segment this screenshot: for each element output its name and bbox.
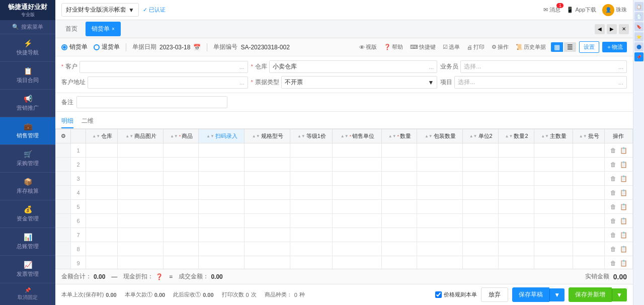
th-quantity[interactable]: ▲▼*数量 (381, 129, 417, 143)
row-pack-qty[interactable] (417, 214, 462, 228)
unpin-button[interactable]: 📌 取消固定 (0, 283, 55, 305)
price-checkbox-input[interactable] (435, 291, 442, 298)
row-grade-price[interactable] (290, 242, 333, 256)
row-unit2[interactable] (462, 143, 498, 158)
row-product-img[interactable] (118, 228, 164, 242)
row-product[interactable] (164, 200, 199, 214)
search-menu-item[interactable]: 🔍 搜索菜单 (0, 20, 55, 34)
th-batch[interactable]: ▲▼批号 (573, 129, 604, 143)
delete-row-btn[interactable]: 🗑 (609, 217, 617, 225)
right-icon-1[interactable]: 📋 (634, 2, 643, 11)
row-main-qty[interactable] (534, 172, 573, 186)
row-quantity[interactable] (381, 228, 417, 242)
row-qty2[interactable] (498, 228, 534, 242)
list-view-btn[interactable]: ☰ (564, 42, 576, 52)
row-scan[interactable] (199, 143, 245, 158)
row-grade-price[interactable] (290, 158, 333, 172)
sidebar-item-quick-nav[interactable]: ⚡ 快捷导航 (0, 34, 55, 62)
delete-row-btn[interactable]: 🗑 (609, 231, 617, 239)
row-warehouse[interactable] (86, 172, 118, 186)
row-main-qty[interactable] (534, 214, 573, 228)
row-spec[interactable] (244, 186, 290, 200)
address-dots[interactable]: ... (239, 79, 245, 86)
delete-row-btn[interactable]: 🗑 (609, 203, 617, 211)
row-grade-price[interactable] (290, 172, 333, 186)
th-spec[interactable]: ▲▼规格型号 (244, 129, 290, 143)
delete-row-btn[interactable]: 🗑 (609, 161, 617, 169)
right-icon-3[interactable]: 🔖 (634, 22, 643, 31)
row-product-img[interactable] (118, 143, 164, 158)
sidebar-item-marketing[interactable]: 📢 营销推广 (0, 90, 55, 117)
delete-row-btn[interactable]: 🗑 (609, 245, 617, 253)
row-spec[interactable] (244, 214, 290, 228)
row-unit2[interactable] (462, 172, 498, 186)
row-pack-qty[interactable] (417, 158, 462, 172)
row-batch[interactable] (573, 214, 604, 228)
row-product-img[interactable] (118, 186, 164, 200)
shortcut-action[interactable]: ⌨ 快捷键 (408, 42, 438, 52)
row-scan[interactable] (199, 256, 245, 269)
row-sale-unit[interactable] (333, 158, 382, 172)
th-scan[interactable]: ▲▼扫码录入 (199, 129, 245, 143)
row-sale-unit[interactable] (333, 186, 382, 200)
th-sale-unit[interactable]: ▲▼*销售单位 (333, 129, 382, 143)
delete-row-btn[interactable]: 🗑 (609, 259, 617, 267)
row-spec[interactable] (244, 200, 290, 214)
row-unit2[interactable] (462, 214, 498, 228)
row-batch[interactable] (573, 256, 604, 269)
row-quantity[interactable] (381, 158, 417, 172)
sidebar-item-inventory[interactable]: 📦 库存核算 (0, 173, 55, 200)
row-product[interactable] (164, 186, 199, 200)
radio-sale[interactable]: 销货单 (61, 43, 88, 51)
row-product[interactable] (164, 228, 199, 242)
tab-erwei[interactable]: 二维 (82, 115, 94, 128)
row-quantity[interactable] (381, 172, 417, 186)
row-product-img[interactable] (118, 242, 164, 256)
row-main-qty[interactable] (534, 186, 573, 200)
row-scan[interactable] (199, 158, 245, 172)
row-qty2[interactable] (498, 143, 534, 158)
th-main-qty[interactable]: ▲▼主数量 (534, 129, 573, 143)
row-unit2[interactable] (462, 256, 498, 269)
row-sale-unit[interactable] (333, 214, 382, 228)
row-batch[interactable] (573, 242, 604, 256)
tab-home[interactable]: 首页 (59, 22, 84, 36)
row-scan[interactable] (199, 242, 245, 256)
row-main-qty[interactable] (534, 256, 573, 269)
row-quantity[interactable] (381, 214, 417, 228)
project-input[interactable]: 选择... ... (454, 76, 627, 89)
copy-row-btn[interactable]: 📋 (619, 203, 627, 211)
save-draft-arrow[interactable]: ▼ (549, 288, 565, 301)
row-unit2[interactable] (462, 158, 498, 172)
memo-input[interactable] (76, 96, 227, 108)
row-spec[interactable] (244, 242, 290, 256)
user-profile[interactable]: 👤 珠珠 (602, 4, 627, 16)
print-action[interactable]: 🖨 打印 (465, 42, 487, 52)
customer-dots[interactable]: ... (239, 63, 245, 70)
row-pack-qty[interactable] (417, 186, 462, 200)
row-pack-qty[interactable] (417, 172, 462, 186)
store-selector[interactable]: 好业财专业版演示帐套 ▼ (61, 3, 139, 17)
info-icon[interactable]: ❓ (155, 273, 163, 280)
row-grade-price[interactable] (290, 214, 333, 228)
row-product[interactable] (164, 143, 199, 158)
row-product-img[interactable] (118, 172, 164, 186)
delete-row-btn[interactable]: 🗑 (609, 146, 617, 155)
logistics-button[interactable]: ＋物流 (602, 42, 627, 52)
row-batch[interactable] (573, 143, 604, 158)
row-quantity[interactable] (381, 242, 417, 256)
row-product[interactable] (164, 158, 199, 172)
salesperson-dots[interactable]: ... (618, 63, 623, 70)
th-grade-price[interactable]: ▲▼等级1价 (290, 129, 333, 143)
row-batch[interactable] (573, 186, 604, 200)
copy-row-btn[interactable]: 📋 (619, 189, 627, 197)
row-spec[interactable] (244, 158, 290, 172)
row-pack-qty[interactable] (417, 242, 462, 256)
row-pack-qty[interactable] (417, 256, 462, 269)
th-unit2[interactable]: ▲▼单位2 (462, 129, 498, 143)
row-product-img[interactable] (118, 200, 164, 214)
operation-action[interactable]: ⚙ 操作 (490, 42, 511, 52)
row-scan[interactable] (199, 200, 245, 214)
row-sale-unit[interactable] (333, 256, 382, 269)
row-grade-price[interactable] (290, 228, 333, 242)
